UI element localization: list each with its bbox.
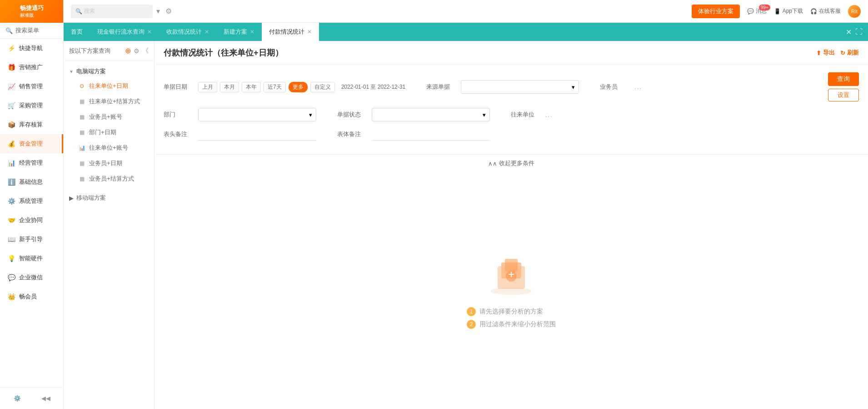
- scheme-collapse-btn[interactable]: 《: [142, 47, 149, 55]
- tab-home-label: 首页: [71, 28, 83, 36]
- sidebar-item-vip[interactable]: 👑 畅会员: [0, 287, 63, 306]
- date-btn-this-year[interactable]: 本年: [242, 82, 261, 92]
- topbar-left: 🔍 搜索 ▾ ⚙: [71, 5, 686, 18]
- tab-maximize-btn[interactable]: ⛶: [855, 28, 863, 36]
- online-service-btn[interactable]: 🎧 在线客服: [810, 7, 841, 15]
- sidebar-footer: ⚙️ ◀◀: [0, 387, 63, 409]
- date-btn-this-month[interactable]: 本月: [220, 82, 239, 92]
- sidebar-item-purchase[interactable]: 🛒 采购管理: [0, 96, 63, 115]
- sidebar-item-basic-info[interactable]: ℹ️ 基础信息: [0, 172, 63, 192]
- tab-cashflow[interactable]: 现金银行流水查询 ✕: [90, 23, 159, 41]
- tab-new-scheme[interactable]: 新建方案 ✕: [216, 23, 262, 41]
- refresh-btn[interactable]: ↻ 刷新: [840, 49, 859, 57]
- date-btn-more[interactable]: 更多: [289, 82, 308, 92]
- topbar-actions: 体验行业方案 💬 消息 99+ 📱 App下载 🎧 在线客服 Rit: [692, 5, 861, 18]
- scheme-item-partner-settlement[interactable]: ▦ 往来单位+结算方式: [64, 94, 154, 109]
- tab-new-scheme-close[interactable]: ✕: [250, 29, 254, 35]
- sidebar-item-quicknav[interactable]: ⚡ 快捷导航: [0, 39, 63, 58]
- inventory-icon: 📦: [7, 121, 15, 129]
- search-label: 搜索菜单: [15, 26, 39, 35]
- page-title-actions: ⬆ 导出 ↻ 刷新: [816, 49, 859, 57]
- sidebar-item-marketing[interactable]: 🎁 营销推广: [0, 58, 63, 77]
- tab-cashflow-close[interactable]: ✕: [147, 29, 152, 35]
- scheme-item-salesman-account[interactable]: ▦ 业务员+账号: [64, 109, 154, 125]
- sidebar-item-guide[interactable]: 📖 新手引导: [0, 230, 63, 249]
- scheme-item-salesman-settlement[interactable]: ▦ 业务员+结算方式: [64, 171, 154, 187]
- header-note-input[interactable]: [198, 128, 316, 141]
- tab-home[interactable]: 首页: [64, 23, 90, 41]
- query-section: 查询 设置: [828, 72, 859, 101]
- tab-payments-close[interactable]: ✕: [307, 29, 312, 35]
- date-btn-7days[interactable]: 近7天: [264, 82, 286, 92]
- body-note-label: 表体备注: [337, 130, 364, 138]
- messages-btn[interactable]: 💬 消息 99+: [747, 7, 767, 15]
- tab-payments[interactable]: 付款情况统计 ✕: [262, 23, 319, 41]
- query-btn[interactable]: 查询: [828, 72, 859, 86]
- mobile-group-label: 移动端方案: [76, 194, 106, 202]
- sidebar-item-wechat[interactable]: 💬 企业微信: [0, 268, 63, 287]
- service-icon: 🎧: [810, 8, 817, 15]
- footer-settings-btn[interactable]: ⚙️: [5, 392, 30, 404]
- scheme-item-partner-account[interactable]: 📊 往来单位+账号: [64, 140, 154, 156]
- filter-box: 单据日期 上月 本月 本年 近7天 更多 自定义 2022-01-01 至 20…: [155, 65, 868, 172]
- dept-select[interactable]: ▾: [198, 108, 316, 121]
- scheme-mobile-group[interactable]: ▶ 移动端方案: [64, 190, 154, 204]
- date-btn-last-month[interactable]: 上月: [198, 82, 217, 92]
- scheme-partner-account-label: 往来单位+账号: [89, 144, 128, 152]
- tab-receipts[interactable]: 收款情况统计 ✕: [159, 23, 216, 41]
- topbar-dropdown-btn[interactable]: ▾: [156, 7, 160, 15]
- scheme-grid-icon-1: ▦: [78, 98, 85, 105]
- topbar: 🔍 搜索 ▾ ⚙ 体验行业方案 💬 消息 99+ 📱 App下载 🎧 在线客服 …: [64, 0, 868, 23]
- filter-settings-btn[interactable]: 设置: [828, 89, 859, 101]
- partner-ellipsis-btn[interactable]: ...: [545, 111, 553, 118]
- operations-icon: 📊: [7, 159, 15, 167]
- date-btn-custom[interactable]: 自定义: [310, 82, 335, 92]
- empty-tips: 1 请先选择要分析的方案 2 用过滤条件来缩小分析范围: [467, 307, 556, 329]
- empty-illustration: [484, 252, 539, 298]
- scheme-salesman-date-label: 业务员+日期: [89, 159, 122, 167]
- salesman-ellipsis-btn[interactable]: ...: [634, 84, 642, 91]
- sidebar-operations-label: 经营管理: [19, 159, 43, 167]
- filter-row-2: 部门 ▾ 单据状态 ▾ 往来单位 ...: [164, 108, 859, 121]
- empty-state: 1 请先选择要分析的方案 2 用过滤条件来缩小分析范围: [155, 172, 868, 409]
- source-select[interactable]: ▾: [461, 80, 579, 94]
- scheme-item-dept-date[interactable]: ▦ 部门+日期: [64, 125, 154, 140]
- scheme-add-btn[interactable]: ⊕: [125, 46, 131, 55]
- scheme-settings-btn[interactable]: ⚙: [134, 47, 140, 55]
- sidebar-item-hardware[interactable]: 💡 智能硬件: [0, 249, 63, 268]
- scheme-item-partner-date[interactable]: ⊙ 往来单位+日期: [64, 78, 154, 94]
- basic-info-icon: ℹ️: [7, 178, 15, 186]
- footer-collapse-btn[interactable]: ◀◀: [34, 392, 59, 404]
- marketing-icon: 🎁: [7, 63, 15, 71]
- scheme-desktop-title[interactable]: ▼ 电脑端方案: [64, 65, 154, 78]
- sidebar-item-sales[interactable]: 📈 销售管理: [0, 77, 63, 96]
- scheme-active-icon: ⊙: [78, 82, 85, 90]
- sidebar-hardware-label: 智能硬件: [19, 254, 43, 263]
- content-area: 付款情况统计（往来单位+日期） ⬆ 导出 ↻ 刷新: [155, 41, 868, 409]
- sidebar-item-collab[interactable]: 🤝 企业协同: [0, 211, 63, 230]
- scheme-item-salesman-date[interactable]: ▦ 业务员+日期: [64, 156, 154, 171]
- sidebar-purchase-label: 采购管理: [19, 101, 43, 110]
- tab-receipts-close[interactable]: ✕: [205, 29, 209, 35]
- body-note-input[interactable]: [372, 128, 490, 141]
- user-avatar[interactable]: Rit: [848, 5, 861, 18]
- doc-status-select[interactable]: ▾: [372, 108, 490, 121]
- collapse-more-btn[interactable]: ∧∧ 收起更多条件: [155, 155, 868, 172]
- sidebar-item-operations[interactable]: 📊 经营管理: [0, 153, 63, 172]
- sidebar-item-inventory[interactable]: 📦 库存核算: [0, 115, 63, 134]
- sidebar-item-system[interactable]: ⚙️ 系统管理: [0, 192, 63, 211]
- export-btn[interactable]: ⬆ 导出: [816, 49, 835, 57]
- sidebar-search[interactable]: 🔍 搜索菜单: [0, 23, 63, 39]
- empty-tip-2: 2 用过滤条件来缩小分析范围: [467, 320, 556, 329]
- tab-close-all-btn[interactable]: ✕: [846, 28, 852, 36]
- empty-tip-1: 1 请先选择要分析的方案: [467, 307, 556, 316]
- sidebar-system-label: 系统管理: [19, 197, 43, 205]
- vip-icon: 👑: [7, 293, 15, 301]
- sidebar-item-finance[interactable]: 💰 资金管理: [0, 134, 63, 153]
- topbar-settings-btn[interactable]: ⚙: [165, 7, 172, 15]
- empty-tip-1-text: 请先选择要分析的方案: [479, 308, 543, 316]
- app-download-btn[interactable]: 📱 App下载: [774, 7, 803, 15]
- dept-chevron: ▾: [309, 111, 312, 118]
- trial-btn[interactable]: 体验行业方案: [692, 5, 740, 18]
- refresh-label: 刷新: [847, 49, 859, 57]
